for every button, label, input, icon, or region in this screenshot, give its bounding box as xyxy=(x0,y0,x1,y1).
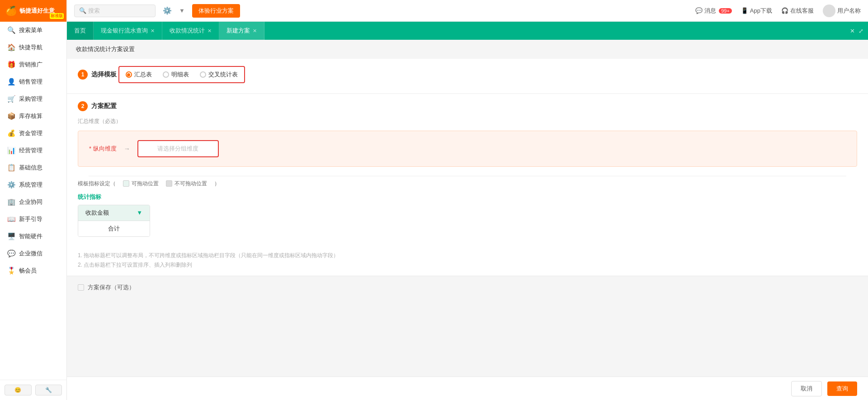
dimension-area: * 纵向维度 → 请选择分组维度 xyxy=(78,131,857,167)
toggle-non-draggable[interactable]: 不可拖动位置 xyxy=(166,180,207,188)
tab-close-all-icon[interactable]: ✕ xyxy=(850,28,855,34)
metrics-table: 收款金额 ▼ 合计 xyxy=(78,205,150,237)
headset-icon: 🎧 xyxy=(781,7,788,14)
step2-block: 2 方案配置 汇总维度（必选） * 纵向维度 → 请选择分组维度 模板指标设定（ xyxy=(67,94,868,245)
app-download-label: App下载 xyxy=(750,7,772,15)
search-icon: 🔍 xyxy=(79,7,86,14)
notification-icon: 💬 xyxy=(695,7,703,14)
sidebar-item-operations[interactable]: 📊 经营管理 xyxy=(0,142,66,159)
sidebar-label-sales: 销售管理 xyxy=(19,78,42,86)
sidebar-item-system[interactable]: ⚙️ 系统管理 xyxy=(0,176,66,193)
save-block: 方案保存（可选） xyxy=(67,276,868,299)
logo-icon: 🍊 xyxy=(5,5,17,16)
tab-close-bank-flow[interactable]: ✕ xyxy=(151,28,155,34)
sidebar-item-basic-info[interactable]: 📋 基础信息 xyxy=(0,159,66,176)
sidebar: 🍊 畅捷通好生意 标准版 🔍 搜索菜单 🏠 快捷导航 🎁 营销推广 👤 销售管理… xyxy=(0,0,67,400)
tabbar-right: ✕ ⤢ xyxy=(850,28,868,34)
sidebar-label-purchase: 采购管理 xyxy=(19,95,42,103)
toggle-draggable[interactable]: 可拖动位置 xyxy=(123,180,159,188)
trial-industry-button[interactable]: 体验行业方案 xyxy=(192,4,240,18)
app-download-item[interactable]: 📱 App下载 xyxy=(741,7,772,15)
topbar-arrow-icon[interactable]: ▼ xyxy=(179,7,185,14)
sidebar-label-hardware: 智能硬件 xyxy=(19,232,42,240)
sidebar-item-capital[interactable]: 💰 资金管理 xyxy=(0,125,66,142)
step1-label: 1 选择模板 xyxy=(78,70,117,80)
cart-icon: 🛒 xyxy=(7,95,15,103)
sidebar-item-enterprise[interactable]: 🏢 企业协同 xyxy=(0,193,66,211)
step1-text: 选择模板 xyxy=(91,71,117,79)
chart-icon: 📊 xyxy=(7,146,15,155)
avatar xyxy=(823,5,835,17)
sidebar-logo: 🍊 畅捷通好生意 标准版 xyxy=(0,0,66,22)
dimension-section-title: 汇总维度（必选） xyxy=(78,118,857,125)
metrics-dropdown-icon[interactable]: ▼ xyxy=(137,209,142,216)
dimension-selector[interactable]: 请选择分组维度 xyxy=(137,140,219,157)
box-icon: 📦 xyxy=(7,112,15,120)
sidebar-label-marketing: 营销推广 xyxy=(19,61,42,69)
step2-text: 方案配置 xyxy=(91,102,117,110)
metrics-row-label: 合计 xyxy=(108,225,120,232)
sidebar-item-hardware[interactable]: 🖥️ 智能硬件 xyxy=(0,228,66,245)
sidebar-label-inventory: 库存核算 xyxy=(19,112,42,120)
sidebar-item-inventory[interactable]: 📦 库存核算 xyxy=(0,108,66,125)
toggle-paren-close: ） xyxy=(214,180,220,188)
vertical-dimension-label: * 纵向维度 xyxy=(89,145,117,153)
clipboard-icon: 📋 xyxy=(7,164,15,172)
dimension-title-text: 汇总维度（必选） xyxy=(78,118,121,124)
footer-bar: 取消 查询 xyxy=(67,376,868,400)
online-service-item[interactable]: 🎧 在线客服 xyxy=(781,7,814,15)
query-button[interactable]: 查询 xyxy=(827,381,857,396)
topbar: 🔍 搜索 ⚙️ ▼ 体验行业方案 💬 消息 99+ 📱 App下载 🎧 在线客服… xyxy=(67,0,868,22)
sidebar-item-marketing[interactable]: 🎁 营销推广 xyxy=(0,56,66,73)
sidebar-item-guide[interactable]: 📖 新手引导 xyxy=(0,211,66,228)
step2-label: 2 方案配置 xyxy=(78,101,117,111)
sidebar-item-sales[interactable]: 👤 销售管理 xyxy=(0,73,66,90)
radio-summary[interactable]: 汇总表 xyxy=(126,71,152,79)
radio-detail[interactable]: 明细表 xyxy=(163,71,189,79)
tip-2: 2. 点击标题栏下拉可设置排序、插入列和删除列 xyxy=(78,260,857,270)
person-icon: 👤 xyxy=(7,78,15,86)
building-icon: 🏢 xyxy=(7,198,15,206)
radio-dot-summary xyxy=(126,71,132,78)
topbar-right: 💬 消息 99+ 📱 App下载 🎧 在线客服 用户名称 xyxy=(695,5,861,17)
tab-bank-flow[interactable]: 现金银行流水查询 ✕ xyxy=(94,22,162,40)
save-label: 方案保存（可选） xyxy=(88,283,135,292)
sidebar-label-enterprise: 企业协同 xyxy=(19,198,42,206)
tab-home[interactable]: 首页 xyxy=(67,22,94,40)
sidebar-item-purchase[interactable]: 🛒 采购管理 xyxy=(0,90,66,108)
topbar-search-box[interactable]: 🔍 搜索 xyxy=(74,5,156,17)
metrics-header: 模板指标设定（ 可拖动位置 不可拖动位置 ） xyxy=(78,180,857,188)
sidebar-bottom-btn2[interactable]: 🔧 xyxy=(35,385,62,395)
tab-expand-icon[interactable]: ⤢ xyxy=(859,28,863,34)
metrics-settings: 模板指标设定（ 可拖动位置 不可拖动位置 ） 统计指标 收款金额 xyxy=(78,180,857,238)
dimension-placeholder: 请选择分组维度 xyxy=(157,145,198,153)
sidebar-label-quick-nav: 快捷导航 xyxy=(19,43,42,52)
sidebar-label-operations: 经营管理 xyxy=(19,146,42,155)
tab-collection-stats[interactable]: 收款情况统计 ✕ xyxy=(162,22,219,40)
sidebar-bottom-btn1[interactable]: 😊 xyxy=(5,385,32,395)
member-icon: 🎖️ xyxy=(7,267,15,275)
tab-new-plan[interactable]: 新建方案 ✕ xyxy=(219,22,264,40)
save-checkbox[interactable] xyxy=(78,284,84,291)
sidebar-label-basic-info: 基础信息 xyxy=(19,164,42,172)
sidebar-item-member[interactable]: 🎖️ 畅会员 xyxy=(0,262,66,279)
radio-cross[interactable]: 交叉统计表 xyxy=(200,71,238,79)
monitor-icon: 🖥️ xyxy=(7,232,15,240)
tab-close-collection-stats[interactable]: ✕ xyxy=(208,28,212,34)
sidebar-bottom: 😊 🔧 xyxy=(0,380,66,400)
user-name: 用户名称 xyxy=(837,7,861,15)
mobile-icon: 📱 xyxy=(741,7,748,14)
cancel-button[interactable]: 取消 xyxy=(791,381,822,396)
settings-icon[interactable]: ⚙️ xyxy=(163,6,172,15)
notification-item[interactable]: 💬 消息 99+ xyxy=(695,7,732,15)
sidebar-item-wechat[interactable]: 💬 企业微信 xyxy=(0,245,66,262)
sidebar-item-quick-nav[interactable]: 🏠 快捷导航 xyxy=(0,39,66,56)
user-avatar-item[interactable]: 用户名称 xyxy=(823,5,861,17)
notification-label: 消息 xyxy=(704,7,716,15)
toggle-label-draggable: 可拖动位置 xyxy=(132,180,159,188)
notification-badge: 99+ xyxy=(719,8,732,14)
sidebar-item-search[interactable]: 🔍 搜索菜单 xyxy=(0,22,66,39)
search-placeholder: 搜索 xyxy=(88,7,100,15)
metrics-table-header[interactable]: 收款金额 ▼ xyxy=(78,205,150,221)
tab-close-new-plan[interactable]: ✕ xyxy=(253,28,257,34)
